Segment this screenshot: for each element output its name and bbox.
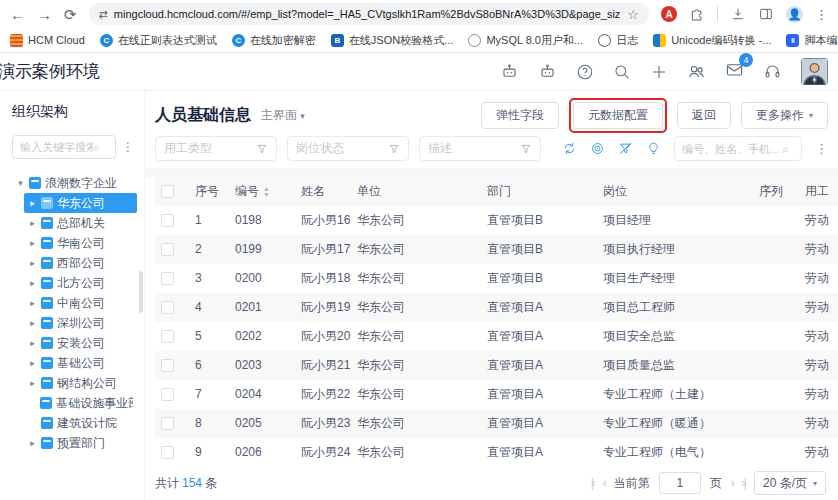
sync-icon[interactable] [562, 141, 577, 156]
tree-caret-icon[interactable]: ▸ [28, 238, 37, 248]
bookmark-item[interactable]: ‖ 脚本编辑 [786, 33, 838, 48]
bookmark-item[interactable]: 日志 [598, 33, 638, 48]
sidebar-scrollbar[interactable] [139, 271, 143, 313]
table-search[interactable]: ⌕ [674, 136, 802, 161]
table-search-input[interactable] [682, 143, 782, 155]
forward-icon[interactable]: → [37, 7, 52, 22]
bookmark-item[interactable]: B 在线JSON校验格式... [331, 33, 454, 48]
back-button[interactable]: 返回 [677, 102, 731, 129]
table-row[interactable]: 70204阮小男22华东公司直管项目A专业工程师（土建）劳动 [155, 380, 838, 409]
row-checkbox[interactable] [161, 388, 174, 401]
row-checkbox[interactable] [161, 359, 174, 372]
tree-root[interactable]: ▾ 浪潮数字企业 [12, 173, 137, 193]
column-header[interactable]: 姓名▲▼ [295, 177, 351, 206]
tree-item[interactable]: ▸ 基础设施事业部 [24, 393, 137, 413]
column-header[interactable]: 岗位▲▼ [597, 177, 753, 206]
table-row[interactable]: 80205阮小男23华东公司直管项目A专业工程师（暖通）劳动 [155, 409, 838, 438]
sidebar-more-icon[interactable]: ⋮ [122, 140, 134, 154]
tree-caret-icon[interactable]: ▸ [28, 318, 37, 328]
tree-item[interactable]: ▸ 西部公司 [24, 253, 137, 273]
row-checkbox[interactable] [161, 214, 174, 227]
row-checkbox[interactable] [161, 272, 174, 285]
row-checkbox[interactable] [161, 243, 174, 256]
tree-caret-icon[interactable]: ▸ [28, 258, 37, 268]
extension-a-icon[interactable]: A [661, 6, 677, 22]
row-checkbox[interactable] [161, 301, 174, 314]
table-row[interactable]: 10198阮小男16华东公司直管项目B项目经理劳动 [155, 206, 838, 235]
more-actions-button[interactable]: 更多操作 ▾ [741, 102, 828, 129]
help-icon[interactable] [576, 63, 594, 81]
filter-input[interactable]: 用工类型 [155, 136, 277, 161]
tree-caret-icon[interactable]: ▸ [28, 218, 37, 228]
tree-item[interactable]: ▸ 深圳公司 [24, 313, 137, 333]
column-header[interactable]: 序号▲▼ [189, 177, 229, 206]
tree-item[interactable]: ▸ 建筑设计院 [24, 413, 137, 433]
avatar[interactable] [801, 58, 828, 85]
column-header[interactable]: 部门▲▼ [481, 177, 597, 206]
search-icon[interactable] [613, 63, 631, 81]
bookmark-item[interactable]: C 在线加密解密 [232, 33, 316, 48]
table-row[interactable]: 90206阮小男24华东公司直管项目A专业工程师（电气）劳动 [155, 438, 838, 467]
mail-button[interactable]: 4 [725, 60, 744, 83]
filter-clear-icon[interactable] [618, 141, 633, 156]
tree-caret-icon[interactable]: ▾ [16, 178, 25, 188]
column-header[interactable]: 单位▲▼ [351, 177, 481, 206]
tree-caret-icon[interactable]: ▸ [28, 278, 37, 288]
users-icon[interactable] [687, 62, 706, 81]
row-checkbox[interactable] [161, 330, 174, 343]
filter-input[interactable]: 岗位状态 [287, 136, 409, 161]
first-page-icon[interactable]: |‹ [591, 476, 594, 490]
tree-caret-icon[interactable]: ▸ [28, 198, 37, 208]
target-icon[interactable] [590, 141, 605, 156]
tree-caret-icon[interactable]: ▸ [28, 338, 37, 348]
column-header[interactable]: 序列▲▼ [753, 177, 799, 206]
row-checkbox[interactable] [161, 417, 174, 430]
sidebar-search-input[interactable] [13, 141, 93, 153]
table-row[interactable]: 40201阮小男19华东公司直管项目A项目总工程师劳动 [155, 293, 838, 322]
table-row[interactable]: 20199阮小男17华东公司直管项目B项目执行经理劳动 [155, 235, 838, 264]
sort-icon[interactable]: ▲▼ [263, 186, 270, 198]
headset-icon[interactable] [763, 62, 782, 81]
star-icon[interactable]: ☆ [627, 7, 639, 22]
prev-page-icon[interactable]: ‹ [603, 476, 605, 490]
back-icon[interactable]: ← [10, 7, 25, 22]
tree-item[interactable]: ▸ 北方公司 [24, 273, 137, 293]
reload-icon[interactable]: ⟳ [64, 7, 77, 22]
tree-item[interactable]: ▸ 安装公司 [24, 333, 137, 353]
table-more-icon[interactable]: ⋮ [815, 141, 828, 156]
select-all-checkbox[interactable] [161, 185, 174, 198]
tree-caret-icon[interactable]: ▸ [28, 378, 37, 388]
flex-fields-button[interactable]: 弹性字段 [481, 102, 559, 129]
tree-item[interactable]: ▸ 华南公司 [24, 233, 137, 253]
robot-icon[interactable] [538, 62, 557, 81]
tree-item[interactable]: ▸ 总部机关 [24, 213, 137, 233]
tree-item[interactable]: ▸ 预置部门 [24, 433, 137, 453]
bookmark-item[interactable]: HCM Cloud [10, 34, 85, 47]
tree-caret-icon[interactable]: ▸ [28, 298, 37, 308]
last-page-icon[interactable]: ›| [742, 476, 745, 490]
view-selector[interactable]: 主界面 ▾ [261, 107, 305, 124]
side-panel-icon[interactable] [758, 6, 774, 22]
menu-kebab-icon[interactable]: ⋮ [815, 7, 828, 22]
tree-item[interactable]: ▸ 钢结构公司 [24, 373, 137, 393]
puzzle-icon[interactable] [689, 6, 705, 22]
tree-caret-icon[interactable]: ▸ [28, 358, 37, 368]
url-bar[interactable]: ⇄ mingcloud.hcmcloud.com/#/emp_list?mode… [89, 3, 649, 25]
plus-icon[interactable] [650, 63, 668, 81]
table-row[interactable]: 60203阮小男21华东公司直管项目A项目质量总监劳动 [155, 351, 838, 380]
bookmark-item[interactable]: Unicode编码转换 -... [653, 33, 771, 48]
row-checkbox[interactable] [161, 446, 174, 459]
column-header[interactable]: 编号▲▼ [229, 177, 295, 206]
download-icon[interactable] [730, 6, 746, 22]
site-info-icon[interactable]: ⇄ [99, 8, 107, 21]
bookmark-item[interactable]: C 在线正则表达式测试 [100, 33, 217, 48]
sidebar-search[interactable]: ⌕ [12, 135, 116, 159]
tree-item[interactable]: ▸ 华东公司 [24, 193, 137, 213]
profile-icon[interactable]: 👤 [786, 6, 803, 23]
page-number-input[interactable] [659, 472, 701, 494]
robot-icon[interactable] [500, 62, 519, 81]
table-row[interactable]: 50202阮小男20华东公司直管项目A项目安全总监劳动 [155, 322, 838, 351]
filter-input[interactable]: 描述 [419, 136, 541, 161]
next-page-icon[interactable]: › [731, 476, 733, 490]
metadata-config-button[interactable]: 元数据配置 [573, 102, 663, 129]
